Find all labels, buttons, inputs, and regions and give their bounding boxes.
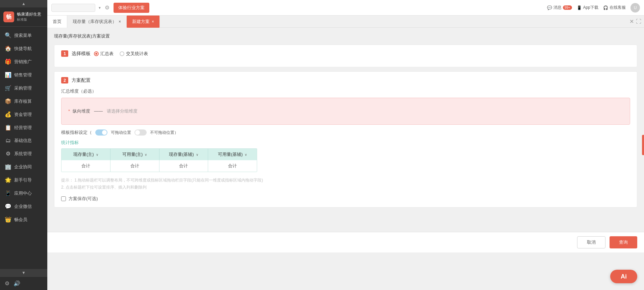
search-input[interactable] bbox=[51, 4, 95, 12]
sidebar-item-label: 采购管理 bbox=[14, 85, 32, 91]
sidebar-header: 畅 畅康通好生意 标准版 bbox=[0, 7, 47, 27]
sidebar-item-newbie[interactable]: 🌟 新手引导 bbox=[0, 173, 47, 187]
main-area: ▾ ⚙ 体验行业方案 💬 消息 99+ 📱 App下载 🎧 在线客服 U bbox=[47, 0, 644, 290]
sidebar-item-wechat[interactable]: 💬 企业微信 bbox=[0, 200, 47, 213]
chevron-down-icon: ∨ bbox=[145, 153, 147, 156]
content-area: 现存量(库存状况表)方案设置 1 选择模板 汇总表 交叉统计表 bbox=[47, 28, 644, 290]
tab-home[interactable]: 首页 bbox=[47, 16, 67, 28]
step1-section: 1 选择模板 汇总表 交叉统计表 bbox=[54, 45, 637, 67]
sidebar-item-label: 基础信息 bbox=[14, 138, 32, 144]
tab-new-plan[interactable]: 新建方案 × bbox=[127, 16, 160, 28]
ai-bubble[interactable]: Ai bbox=[610, 270, 637, 283]
stats-col-current-main[interactable]: 现存量(主) ∨ bbox=[61, 149, 110, 160]
tabbar: 首页 现存量（库存状况表） × 新建方案 × ✕ ⛶ bbox=[47, 16, 644, 28]
sidebar-item-finance[interactable]: 💰 资金管理 bbox=[0, 108, 47, 121]
chevron-down-icon: ∨ bbox=[196, 153, 198, 156]
draggable-label: 可拖动位置 bbox=[111, 130, 131, 136]
radio-dot-cross bbox=[120, 51, 124, 56]
tab-inventory-status[interactable]: 现存量（库存状况表） × bbox=[67, 16, 127, 28]
sidebar-scroll-up[interactable]: ▲ bbox=[0, 0, 47, 7]
tab-close-new-plan[interactable]: × bbox=[152, 19, 154, 24]
chat-icon: 💬 bbox=[5, 203, 11, 210]
template-radio-group: 汇总表 交叉统计表 bbox=[94, 51, 148, 57]
sidebar-item-label: 新手引导 bbox=[14, 177, 32, 183]
step2-label: 2 方案配置 bbox=[61, 77, 630, 83]
sidebar-nav: 🔍 搜索菜单 🏠 快捷导航 🎁 营销推广 📊 销售管理 🛒 采购管理 📦 库存核… bbox=[0, 27, 47, 269]
tab-close-inventory[interactable]: × bbox=[119, 19, 121, 24]
tips-section: 提示： 1.拖动标题栏可以调整布局，不可跨维度或指标区域拖动栏目字段(只能在同一… bbox=[61, 177, 630, 190]
sidebar-item-label: 营销推广 bbox=[14, 59, 32, 65]
sidebar-item-enterprise[interactable]: 🏢 企业协同 bbox=[0, 160, 47, 173]
dropdown-icon[interactable]: ▾ bbox=[99, 5, 101, 10]
radio-cross[interactable]: 交叉统计表 bbox=[120, 51, 148, 57]
avatar[interactable]: U bbox=[630, 3, 640, 13]
clipboard-icon: 📋 bbox=[5, 124, 11, 131]
step1-label: 1 选择模板 汇总表 交叉统计表 bbox=[61, 50, 630, 57]
step2-title: 方案配置 bbox=[72, 77, 91, 83]
radio-dot-summary bbox=[94, 51, 99, 56]
radio-summary[interactable]: 汇总表 bbox=[94, 51, 114, 57]
stats-table: 现存量(主) ∨ 可用量(主) ∨ 现存量(基辅) ∨ bbox=[61, 148, 257, 172]
stats-cell-2: 合计 bbox=[159, 160, 208, 172]
money-icon: 💰 bbox=[5, 111, 11, 118]
tip-1: 2. 点击标题栏下拉可设置排序、插入列和删除列 bbox=[61, 185, 630, 190]
fullscreen-icon[interactable]: ⛶ bbox=[636, 19, 641, 25]
stats-col-available-main[interactable]: 可用量(主) ∨ bbox=[110, 149, 159, 160]
sidebar-item-member[interactable]: 👑 畅会员 bbox=[0, 213, 47, 226]
sound-icon[interactable]: 🔊 bbox=[14, 280, 20, 287]
step1-num: 1 bbox=[61, 50, 68, 57]
message-icon: 💬 bbox=[547, 5, 552, 10]
sidebar-item-search[interactable]: 🔍 搜索菜单 bbox=[0, 29, 47, 42]
sidebar-item-label: 系统管理 bbox=[14, 151, 32, 157]
cart-icon: 🛒 bbox=[5, 85, 11, 91]
stats-cell-1: 合计 bbox=[110, 160, 159, 172]
chevron-down-icon: ∨ bbox=[245, 153, 247, 156]
dimension-box[interactable]: * 纵向维度 —— 请选择分组维度 bbox=[61, 98, 630, 125]
gear-icon[interactable]: ⚙ bbox=[105, 4, 109, 11]
indicator-setting: 模板指标设定（ 可拖动位置 不可拖动位置） bbox=[61, 129, 630, 136]
not-draggable-toggle[interactable] bbox=[134, 129, 147, 136]
save-label: 方案保存(可选) bbox=[69, 196, 98, 202]
sidebar-item-system[interactable]: ⚙ 系统管理 bbox=[0, 147, 47, 160]
system-icon: ⚙ bbox=[5, 150, 11, 157]
stats-col-available-aux[interactable]: 可用量(基辅) ∨ bbox=[208, 149, 257, 160]
sidebar-item-label: 畅会员 bbox=[14, 217, 27, 223]
right-scroll-handle[interactable] bbox=[642, 135, 644, 155]
sidebar-item-purchase[interactable]: 🛒 采购管理 bbox=[0, 81, 47, 95]
chart-icon: 📊 bbox=[5, 72, 11, 78]
stats-col-current-aux[interactable]: 现存量(基辅) ∨ bbox=[159, 149, 208, 160]
app-logo: 畅 bbox=[3, 11, 14, 22]
draggable-toggle[interactable] bbox=[95, 129, 107, 136]
not-draggable-label: 不可拖动位置） bbox=[150, 130, 178, 136]
query-button[interactable]: 查询 bbox=[610, 236, 637, 248]
sidebar-item-app-center[interactable]: 📱 应用中心 bbox=[0, 187, 47, 200]
box-icon: 📦 bbox=[5, 98, 11, 104]
step1-title: 选择模板 bbox=[72, 51, 91, 57]
message-btn[interactable]: 💬 消息 99+ bbox=[547, 5, 572, 10]
sidebar-item-label: 企业微信 bbox=[14, 203, 32, 210]
sidebar-item-label: 快捷导航 bbox=[14, 46, 32, 52]
experience-btn[interactable]: 体验行业方案 bbox=[114, 3, 149, 13]
sidebar-item-base[interactable]: 🗂 基础信息 bbox=[0, 134, 47, 147]
star-icon: 🌟 bbox=[5, 177, 11, 183]
sidebar-item-quick-nav[interactable]: 🏠 快捷导航 bbox=[0, 42, 47, 55]
sidebar-item-label: 库存核算 bbox=[14, 98, 32, 104]
app-download-btn[interactable]: 📱 App下载 bbox=[577, 5, 598, 10]
sidebar-item-sales[interactable]: 📊 销售管理 bbox=[0, 68, 47, 81]
sidebar-item-label: 应用中心 bbox=[14, 190, 32, 196]
sidebar-item-business[interactable]: 📋 经营管理 bbox=[0, 121, 47, 134]
stats-section: 统计指标 现存量(主) ∨ 可用量(主) ∨ bbox=[61, 140, 630, 172]
online-service-btn[interactable]: 🎧 在线客服 bbox=[603, 5, 626, 10]
save-checkbox[interactable] bbox=[61, 196, 66, 201]
dimension-section-title: 汇总维度（必选） bbox=[61, 88, 630, 94]
settings-icon[interactable]: ⚙ bbox=[5, 280, 9, 287]
sidebar-item-marketing[interactable]: 🎁 营销推广 bbox=[0, 55, 47, 68]
headset-icon: 🎧 bbox=[603, 5, 608, 10]
sidebar-item-inventory[interactable]: 📦 库存核算 bbox=[0, 95, 47, 108]
close-panel-icon[interactable]: ✕ bbox=[629, 18, 634, 25]
cancel-button[interactable]: 取消 bbox=[577, 236, 605, 248]
chevron-down-icon: ∨ bbox=[96, 153, 98, 156]
sidebar-scroll-down[interactable]: ▼ bbox=[0, 269, 47, 276]
home-icon: 🏠 bbox=[5, 45, 11, 52]
message-badge: 99+ bbox=[563, 5, 572, 10]
